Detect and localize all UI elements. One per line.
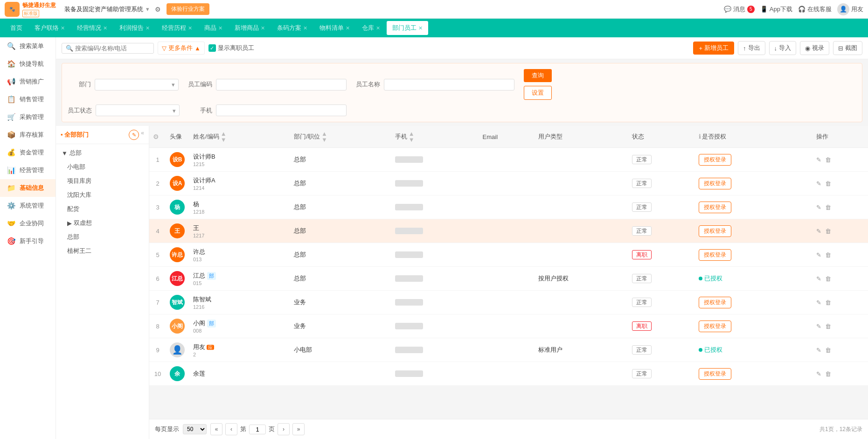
- sidebar-item-finance[interactable]: 💰 资金管理: [0, 144, 56, 161]
- close-goods-tab[interactable]: ✕: [218, 25, 222, 31]
- close-employees-tab[interactable]: ✕: [418, 25, 423, 31]
- sidebar-item-ops[interactable]: 📊 经营管理: [0, 161, 56, 179]
- page-input[interactable]: [249, 425, 266, 434]
- page-size-select[interactable]: 50 20 100: [183, 424, 207, 434]
- th-phone[interactable]: 手机▲▼: [391, 126, 479, 148]
- delete-icon[interactable]: 🗑: [825, 180, 831, 187]
- close-add-goods-tab[interactable]: ✕: [261, 25, 265, 31]
- add-employee-button[interactable]: + 新增员工: [693, 42, 734, 55]
- close-profit-tab[interactable]: ✕: [146, 25, 150, 31]
- sidebar-item-base[interactable]: 📁 基础信息: [0, 179, 56, 197]
- delete-icon[interactable]: 🗑: [825, 251, 831, 258]
- emp-code-input[interactable]: [216, 79, 347, 91]
- edit-icon[interactable]: ✎: [816, 156, 821, 163]
- dept-node-headquarters[interactable]: ▼ 总部: [56, 146, 149, 160]
- close-customer-tab[interactable]: ✕: [61, 25, 65, 31]
- delete-icon[interactable]: 🗑: [825, 156, 831, 163]
- dept-node-small-electric[interactable]: 小电部: [56, 160, 149, 174]
- dept-node-dual[interactable]: ▶ 双虚想: [56, 216, 149, 230]
- tab-barcode[interactable]: 条码方案 ✕: [271, 21, 313, 35]
- next-page-btn[interactable]: ›: [278, 423, 290, 435]
- prev-page-btn[interactable]: ‹: [225, 423, 237, 435]
- edit-icon[interactable]: ✎: [816, 347, 821, 354]
- auth-login-button[interactable]: 授权登录: [699, 202, 731, 213]
- query-button[interactable]: 查询: [524, 69, 552, 82]
- tab-bom[interactable]: 物料清单 ✕: [314, 21, 355, 35]
- app-download-btn[interactable]: 📱 App下载: [760, 5, 792, 14]
- edit-icon[interactable]: ✎: [816, 180, 821, 187]
- close-bom-tab[interactable]: ✕: [346, 25, 350, 31]
- dept-node-hq[interactable]: 总部: [56, 230, 149, 244]
- sidebar-item-marketing[interactable]: 📢 营销推广: [0, 73, 56, 91]
- set-button[interactable]: 设置: [524, 86, 552, 100]
- th-name-code[interactable]: 姓名/编码▲▼: [189, 126, 290, 148]
- tab-customer[interactable]: 客户联络 ✕: [29, 21, 70, 35]
- close-barcode-tab[interactable]: ✕: [303, 25, 307, 31]
- th-dept-position[interactable]: 部门/职位▲▼: [290, 126, 391, 148]
- auth-login-button[interactable]: 授权登录: [699, 321, 731, 332]
- settings-icon[interactable]: ⚙: [153, 133, 159, 140]
- delete-icon[interactable]: 🗑: [825, 228, 831, 235]
- auth-login-button[interactable]: 授权登录: [699, 154, 731, 166]
- search-box[interactable]: 🔍: [62, 43, 154, 54]
- edit-icon[interactable]: ✎: [816, 204, 821, 211]
- tab-add-goods[interactable]: 新增商品 ✕: [229, 21, 271, 35]
- auth-login-button[interactable]: 授权登录: [699, 297, 731, 308]
- show-resigned-checkbox[interactable]: ✓ 显示离职员工: [208, 44, 254, 52]
- delete-icon[interactable]: 🗑: [825, 323, 831, 330]
- export-button[interactable]: ↑ 导出: [738, 41, 765, 55]
- delete-icon[interactable]: 🗑: [825, 370, 831, 377]
- edit-icon[interactable]: ✎: [816, 323, 821, 330]
- last-page-btn[interactable]: »: [292, 423, 305, 435]
- dept-node-delivery[interactable]: 配货: [56, 202, 149, 216]
- sidebar-item-nav[interactable]: 🏠 快捷导航: [0, 55, 56, 73]
- dept-node-shenyang[interactable]: 沈阳大库: [56, 188, 149, 202]
- auth-login-button[interactable]: 授权登录: [699, 368, 731, 380]
- edit-icon[interactable]: ✎: [816, 370, 821, 377]
- delete-icon[interactable]: 🗑: [825, 347, 831, 354]
- emp-status-select[interactable]: [96, 105, 180, 116]
- tab-home[interactable]: 首页: [5, 21, 28, 35]
- experience-button[interactable]: 体验行业方案: [167, 3, 209, 15]
- edit-icon[interactable]: ✎: [816, 228, 821, 235]
- tab-profit[interactable]: 利润报告 ✕: [114, 21, 155, 35]
- dept-add-icon[interactable]: ✎: [129, 130, 139, 140]
- first-page-btn[interactable]: «: [210, 423, 222, 435]
- settings-icon[interactable]: ⚙: [152, 6, 164, 13]
- sidebar-item-sales[interactable]: 📋 销售管理: [0, 91, 56, 108]
- close-history-tab[interactable]: ✕: [188, 25, 192, 31]
- sidebar-item-purchase[interactable]: 🛒 采购管理: [0, 108, 56, 126]
- online-service-btn[interactable]: 🎧 在线客服: [798, 5, 832, 14]
- auth-login-button[interactable]: 授权登录: [699, 225, 731, 237]
- tab-goods[interactable]: 商品 ✕: [199, 21, 228, 35]
- tab-operation[interactable]: 经营情况 ✕: [71, 21, 113, 35]
- emp-name-input[interactable]: [384, 79, 514, 91]
- screenshot-button[interactable]: ⊟ 截图: [833, 41, 862, 55]
- edit-icon[interactable]: ✎: [816, 275, 821, 282]
- close-operation-tab[interactable]: ✕: [103, 25, 107, 31]
- close-warehouse-tab[interactable]: ✕: [376, 25, 380, 31]
- auth-login-button[interactable]: 授权登录: [699, 178, 731, 189]
- phone-input[interactable]: [216, 105, 347, 116]
- message-btn[interactable]: 💬 消息 5: [724, 5, 755, 14]
- th-settings[interactable]: ⚙: [149, 126, 166, 148]
- all-dept-label[interactable]: ▪ 全部部门: [61, 131, 129, 139]
- sidebar-item-guide[interactable]: 🎯 新手引导: [0, 232, 56, 250]
- tab-warehouse[interactable]: 仓库 ✕: [356, 21, 386, 35]
- edit-icon[interactable]: ✎: [816, 251, 821, 258]
- more-filter-btn[interactable]: ▽ 更多条件 ▲: [158, 42, 205, 55]
- edit-icon[interactable]: ✎: [816, 299, 821, 306]
- dept-select[interactable]: [95, 79, 179, 91]
- tab-history[interactable]: 经营历程 ✕: [156, 21, 198, 35]
- dept-collapse-btn[interactable]: «: [141, 130, 144, 140]
- user-area[interactable]: 👤 用友: [837, 3, 863, 15]
- info-icon[interactable]: ℹ: [699, 133, 701, 140]
- sidebar-item-system[interactable]: ⚙️ 系统管理: [0, 197, 56, 215]
- import-button[interactable]: ↓ 导入: [769, 41, 797, 55]
- tab-employees[interactable]: 部门员工 ✕: [387, 21, 428, 35]
- sidebar-item-collab[interactable]: 🤝 企业协同: [0, 215, 56, 232]
- auth-login-button[interactable]: 授权登录: [699, 249, 731, 261]
- delete-icon[interactable]: 🗑: [825, 204, 831, 211]
- dept-node-zhishu[interactable]: 植树王二: [56, 244, 149, 258]
- delete-icon[interactable]: 🗑: [825, 299, 831, 306]
